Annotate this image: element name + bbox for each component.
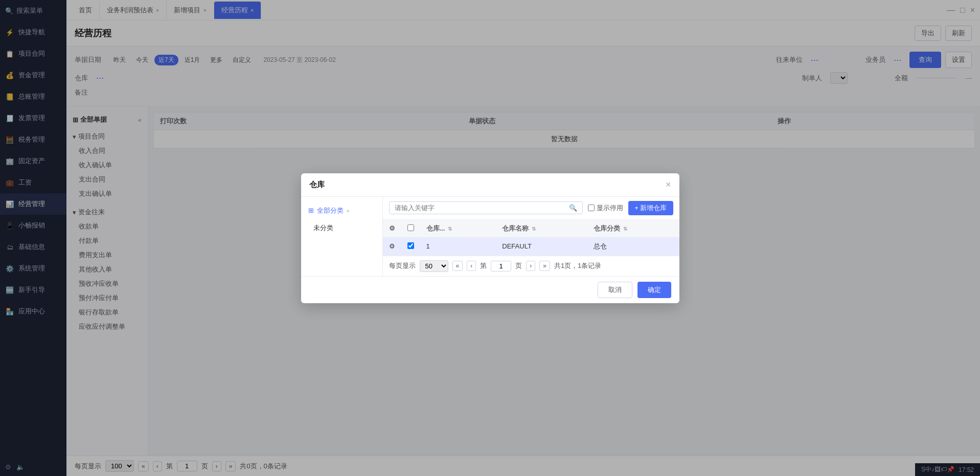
show-disabled-checkbox[interactable] (588, 205, 595, 211)
col-checkbox-header (401, 220, 420, 238)
modal-total-label: 共1页，1条记录 (554, 261, 601, 270)
modal-table-area: ⚙ 仓库... ⇅ 仓库名称 ⇅ (383, 220, 679, 256)
row-gear: ⚙ (383, 237, 401, 255)
search-icon-2: 🔍 (569, 204, 577, 212)
modal-next-page[interactable]: › (526, 261, 535, 271)
modal-page-input[interactable] (491, 261, 511, 271)
modal-last-page[interactable]: » (539, 261, 550, 271)
add-warehouse-button[interactable]: + 新增仓库 (628, 201, 673, 215)
select-all-checkbox[interactable] (407, 224, 414, 231)
modal-action-bar: 取消 确定 (301, 276, 679, 303)
modal-per-page-label: 每页显示 (389, 261, 416, 270)
modal-title: 仓库 (309, 180, 325, 190)
modal-header: 仓库 × (301, 173, 679, 197)
modal-sidebar-all[interactable]: ⊞ 全部分类 « (301, 202, 382, 219)
modal-per-page-select[interactable]: 50 100 (420, 260, 448, 272)
modal-close-button[interactable]: × (666, 179, 671, 190)
row-code: DEFAULT (496, 237, 587, 255)
grid-icon-2: ⊞ (308, 207, 314, 214)
sort-name-icon: ⇅ (532, 226, 536, 232)
modal-sidebar-uncategorized[interactable]: 未分类 (301, 219, 382, 237)
cancel-button[interactable]: 取消 (598, 282, 632, 298)
modal-sidebar-all-label: 全部分类 (317, 206, 344, 215)
col-gear: ⚙ (383, 220, 401, 238)
warehouse-row-1[interactable]: ⚙ 1 DEFAULT 总仓 (383, 237, 679, 255)
modal-overlay: 仓库 × ⊞ 全部分类 « 未分类 🔍 (0, 0, 980, 476)
modal-page-suffix: 页 (515, 261, 522, 270)
row-checkbox (401, 237, 420, 255)
col-warehouse-name: 仓库名称 ⇅ (496, 220, 587, 238)
modal-sidebar: ⊞ 全部分类 « 未分类 (301, 197, 383, 276)
modal-pagination: 每页显示 50 100 « ‹ 第 页 › » 共1页，1条记录 (383, 256, 679, 276)
modal-page-label: 第 (480, 261, 487, 270)
modal-main: 🔍 显示停用 + 新增仓库 ⚙ (383, 197, 679, 276)
row-checkbox-1[interactable] (407, 242, 414, 249)
modal-table: ⚙ 仓库... ⇅ 仓库名称 ⇅ (383, 220, 679, 256)
modal-sidebar-collapse[interactable]: « (347, 208, 350, 214)
modal-prev-page[interactable]: ‹ (467, 261, 476, 271)
row-name: 总仓 (587, 237, 679, 255)
modal-first-page[interactable]: « (452, 261, 463, 271)
modal-sidebar-uncategorized-label: 未分类 (313, 223, 333, 233)
warehouse-modal: 仓库 × ⊞ 全部分类 « 未分类 🔍 (301, 173, 679, 303)
modal-search-box: 🔍 (389, 201, 583, 214)
modal-search-input[interactable] (395, 204, 566, 212)
modal-body: ⊞ 全部分类 « 未分类 🔍 显示停用 (301, 197, 679, 276)
sort-category-icon: ⇅ (623, 226, 627, 232)
col-warehouse-category: 仓库分类 ⇅ (587, 220, 679, 238)
row-num: 1 (420, 237, 496, 255)
show-disabled-text: 显示停用 (597, 203, 623, 213)
col-warehouse-code: 仓库... ⇅ (420, 220, 496, 238)
confirm-button[interactable]: 确定 (637, 282, 671, 298)
modal-toolbar: 🔍 显示停用 + 新增仓库 (383, 197, 679, 220)
sort-code-icon: ⇅ (448, 226, 452, 232)
show-disabled-label[interactable]: 显示停用 (588, 203, 623, 213)
